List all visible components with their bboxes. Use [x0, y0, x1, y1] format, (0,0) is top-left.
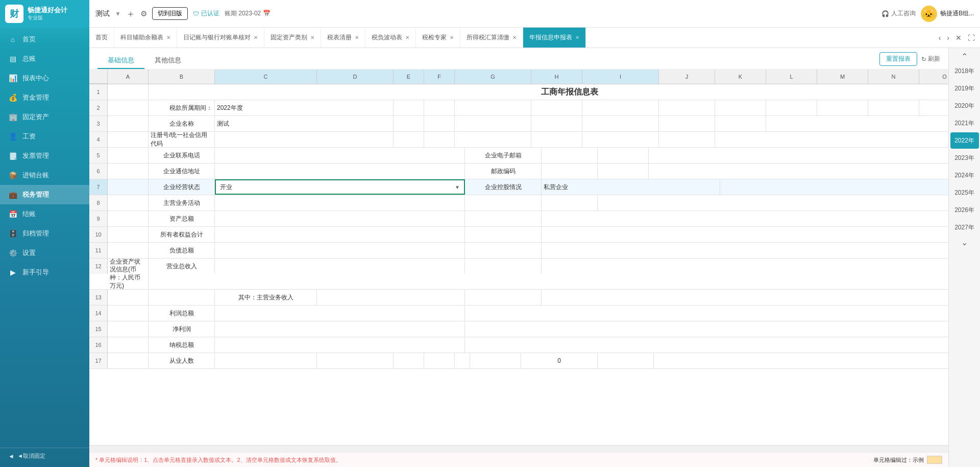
cell-17-F[interactable] [424, 353, 455, 368]
cell-5-K[interactable] [542, 148, 598, 163]
cell-2-C[interactable]: 2022年度 [215, 100, 394, 115]
cell-17-B[interactable]: 从业人数 [149, 353, 215, 368]
sidebar-item-guide[interactable]: ▶ 新手引导 [0, 263, 89, 282]
subtab-basic[interactable]: 基础信息 [97, 53, 144, 69]
cell-11-A[interactable] [108, 243, 149, 258]
cell-1-A[interactable] [108, 84, 149, 100]
sidebar-item-home[interactable]: ⌂ 首页 [0, 30, 89, 49]
cell-10-J[interactable] [465, 227, 542, 242]
cell-7-C-dropdown[interactable]: 开业 ▼ [215, 179, 465, 195]
cell-3-F[interactable] [424, 116, 455, 131]
cell-4-H[interactable] [531, 132, 582, 147]
year-item-2022[interactable]: 2022年 [950, 132, 979, 149]
cell-2-B[interactable]: 税款所属期间： [149, 100, 215, 115]
cell-4-F[interactable] [424, 132, 455, 147]
cell-3-I[interactable] [582, 116, 659, 131]
sidebar-item-settings[interactable]: ⚙️ 设置 [0, 243, 89, 263]
cell-4-G[interactable] [455, 132, 531, 147]
tab-close-icon[interactable]: ✕ [166, 35, 170, 40]
cell-4-E[interactable] [394, 132, 424, 147]
year-item-2021[interactable]: 2021年 [950, 115, 979, 131]
cell-11-J[interactable] [465, 243, 542, 258]
cell-6-K[interactable] [542, 164, 598, 179]
tab-close-icon[interactable]: ✕ [254, 35, 258, 40]
reset-report-button[interactable]: 重置报表 [879, 52, 917, 66]
horizontal-scrollbar[interactable] [89, 445, 948, 452]
cell-12-C[interactable] [215, 259, 465, 274]
cell-5-C[interactable] [215, 148, 465, 163]
cell-8-B[interactable]: 主营业务活动 [149, 195, 215, 211]
cell-4-I[interactable] [582, 132, 659, 147]
cell-5-J[interactable]: 企业电子邮箱 [465, 148, 542, 163]
tab-incometax[interactable]: 所得税汇算清缴 ✕ [460, 28, 523, 48]
cell-17-C[interactable] [215, 353, 317, 368]
cell-1-title[interactable]: 工商年报信息表 [149, 84, 948, 100]
cell-7-K[interactable]: 私营企业 [542, 179, 720, 195]
cell-6-J[interactable]: 邮政编码 [465, 164, 542, 179]
tab-next-button[interactable]: › [945, 33, 951, 43]
cell-14-B[interactable]: 利润总额 [149, 306, 215, 321]
tab-taxwave[interactable]: 税负波动表 ✕ [365, 28, 416, 48]
cell-4-A[interactable] [108, 132, 149, 147]
cell-12-J[interactable] [465, 259, 542, 274]
cell-3-E[interactable] [394, 116, 424, 131]
sidebar-item-asset[interactable]: 🏢 固定资产 [0, 107, 89, 127]
switch-old-version-button[interactable]: 切到旧版 [152, 7, 188, 20]
sidebar-item-archive[interactable]: 🗄️ 归档管理 [0, 224, 89, 243]
cell-7-A[interactable] [108, 179, 149, 195]
cell-17-G[interactable] [455, 353, 470, 368]
cell-12-A[interactable]: 企业资产状况信息(币种：人民币万元) [108, 259, 149, 289]
cell-3-J[interactable] [659, 116, 715, 131]
cell-17-J[interactable] [598, 353, 654, 368]
tab-taxcheck[interactable]: 税检专家 ✕ [416, 28, 460, 48]
cell-15-B[interactable]: 净利润 [149, 321, 215, 337]
sidebar-item-ledger[interactable]: ▤ 总账 [0, 49, 89, 68]
tab-annualreport[interactable]: 年报信息申报表 ✕ [523, 28, 586, 48]
year-item-2026[interactable]: 2026年 [950, 202, 979, 218]
cell-9-B[interactable]: 资产总额 [149, 211, 215, 226]
cell-16-A[interactable] [108, 337, 149, 353]
tab-home[interactable]: 首页 [89, 28, 114, 48]
cell-10-A[interactable] [108, 227, 149, 242]
cell-2-G[interactable] [455, 100, 531, 115]
cell-6-A[interactable] [108, 164, 149, 179]
year-item-2024[interactable]: 2024年 [950, 167, 979, 183]
year-item-2018[interactable]: 2018年 [950, 63, 979, 79]
year-item-2023[interactable]: 2023年 [950, 150, 979, 166]
cell-3-A[interactable] [108, 116, 149, 131]
cell-4-J[interactable] [659, 132, 715, 147]
cell-6-C[interactable] [215, 164, 465, 179]
cell-5-B[interactable]: 企业联系电话 [149, 148, 215, 163]
cell-7-B[interactable]: 企业经营状态 [149, 179, 215, 195]
sidebar-item-salary[interactable]: 👤 工资 [0, 127, 89, 146]
cell-7-J[interactable]: 企业控股情况 [465, 179, 542, 195]
cell-8-J[interactable] [465, 195, 542, 211]
cell-2-O[interactable] [919, 100, 948, 115]
cell-12-B[interactable]: 营业总收入 [149, 259, 215, 274]
year-item-2025[interactable]: 2025年 [950, 184, 979, 201]
cell-6-L[interactable] [598, 164, 649, 179]
cell-14-C[interactable] [215, 306, 465, 321]
cell-2-I[interactable] [582, 100, 659, 115]
refresh-button[interactable]: ↻ 刷新 [921, 55, 940, 63]
cell-3-K[interactable] [715, 116, 766, 131]
cell-9-A[interactable] [108, 211, 149, 226]
cell-3-C[interactable]: 测试 [215, 116, 394, 131]
tab-close-icon[interactable]: ✕ [405, 35, 409, 40]
cell-13-C[interactable]: 其中：主营业务收入 [215, 290, 317, 305]
cell-8-C[interactable] [215, 195, 465, 211]
topbar-settings-icon[interactable]: ⚙ [140, 9, 147, 18]
cell-13-A[interactable] [108, 290, 149, 305]
tab-journal[interactable]: 日记账与银行对账单核对 ✕ [177, 28, 264, 48]
topbar-add-button[interactable]: ＋ [126, 8, 135, 20]
cell-15-A[interactable] [108, 321, 149, 337]
sidebar-item-tax[interactable]: 💼 税务管理 [0, 185, 89, 204]
cell-3-B[interactable]: 企业名称 [149, 116, 215, 131]
cell-13-J[interactable] [465, 290, 542, 305]
cell-10-B[interactable]: 所有者权益合计 [149, 227, 215, 242]
sidebar-item-stock[interactable]: 📦 进销台账 [0, 166, 89, 185]
cell-17-I[interactable]: 0 [521, 353, 598, 368]
tab-aux[interactable]: 科目辅助余额表 ✕ [114, 28, 177, 48]
year-item-2019[interactable]: 2019年 [950, 80, 979, 97]
cell-17-D[interactable] [317, 353, 394, 368]
